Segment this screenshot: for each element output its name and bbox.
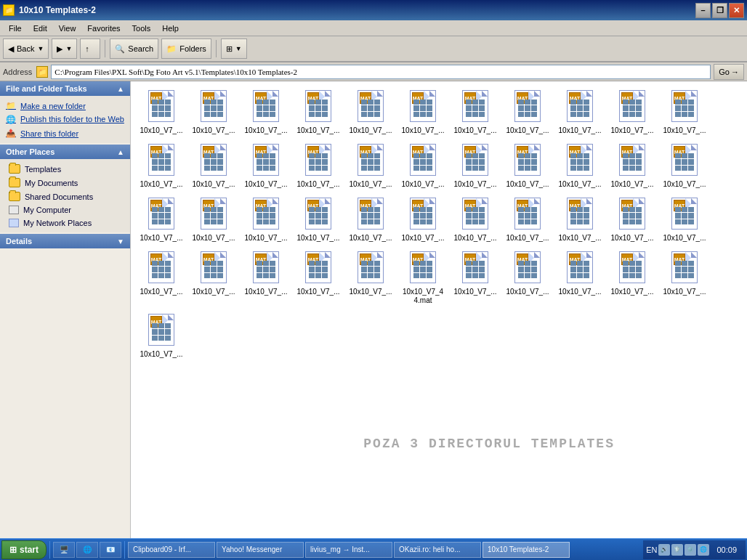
taskbar-window-item[interactable]: Clipboard09 - Irf... — [128, 542, 215, 558]
file-item[interactable]: MAT10x10_V7_... — [607, 248, 657, 308]
file-item[interactable]: MAT10x10_V7_... — [503, 87, 552, 138]
file-item[interactable]: MAT10x10_V7_... — [555, 195, 605, 245]
file-item[interactable]: MAT10x10_V7_... — [607, 87, 657, 138]
file-grid-cell — [682, 112, 687, 117]
search-button[interactable]: 🔍 Search — [110, 38, 158, 59]
file-grid-cell — [479, 153, 485, 158]
file-item[interactable]: MAT10x10_V7_... — [555, 87, 605, 138]
file-item[interactable]: MAT10x10_V7_44.mat — [398, 248, 448, 308]
sidebar-item-my-network-places[interactable]: My Network Places — [6, 216, 124, 230]
address-input[interactable] — [51, 65, 711, 79]
file-item[interactable]: MAT10x10_V7_... — [346, 195, 395, 245]
file-item[interactable]: MAT10x10_V7_... — [294, 141, 343, 192]
file-item[interactable]: MAT10x10_V7_... — [137, 311, 186, 362]
file-icon-paper: MAT — [358, 90, 384, 122]
file-item[interactable]: MAT10x10_V7_... — [346, 87, 395, 138]
restore-button[interactable]: ❐ — [712, 3, 727, 18]
file-item[interactable]: MAT10x10_V7_... — [241, 248, 291, 308]
details-header[interactable]: Details ▼ — [0, 234, 130, 248]
taskbar-window-item[interactable]: Yahoo! Messenger — [217, 542, 304, 558]
file-item[interactable]: MAT10x10_V7_... — [346, 248, 395, 308]
file-item[interactable]: MAT10x10_V7_... — [398, 195, 448, 245]
quick-launch-1[interactable]: 🖥️ — [53, 542, 75, 558]
start-button[interactable]: ⊞ start — [1, 540, 47, 559]
file-label: 10x10_V7_... — [611, 288, 654, 296]
file-item[interactable]: MAT10x10_V7_... — [503, 195, 552, 245]
file-item[interactable]: MAT10x10_V7_... — [660, 141, 709, 192]
file-grid-cell — [263, 273, 269, 278]
file-item[interactable]: MAT10x10_V7_... — [503, 248, 552, 308]
file-item[interactable]: MAT10x10_V7_... — [137, 248, 186, 308]
file-label: 10x10_V7_... — [297, 126, 340, 135]
sidebar-item-my-computer[interactable]: My Computer — [6, 203, 124, 216]
quick-launch-3[interactable]: 📧 — [100, 542, 121, 558]
file-item[interactable]: MAT10x10_V7_... — [398, 141, 448, 192]
quick-launch-2[interactable]: 🌐 — [76, 542, 98, 558]
folders-button[interactable]: 📁 Folders — [161, 38, 211, 59]
minimize-button[interactable]: – — [695, 3, 711, 18]
file-item[interactable]: MAT10x10_V7_... — [346, 141, 395, 192]
go-button[interactable]: Go → — [714, 64, 744, 80]
file-item[interactable]: MAT10x10_V7_... — [189, 87, 238, 138]
share-folder-link[interactable]: 📤 Share this folder — [6, 126, 124, 140]
file-item[interactable]: MAT10x10_V7_... — [294, 87, 343, 138]
content-area[interactable]: MAT10x10_V7_...MAT10x10_V7_...MAT10x10_V… — [131, 81, 747, 538]
menu-help[interactable]: Help — [156, 23, 185, 34]
file-item[interactable]: MAT10x10_V7_... — [660, 195, 709, 245]
taskbar-window-item[interactable]: OKazii.ro: heli ho... — [394, 542, 481, 558]
file-item[interactable]: MAT10x10_V7_... — [189, 248, 238, 308]
file-grid-cell — [675, 105, 681, 110]
file-item[interactable]: MAT10x10_V7_... — [241, 141, 291, 192]
file-item[interactable]: MAT10x10_V7_... — [660, 87, 709, 138]
file-icon-paper: MAT — [201, 198, 227, 230]
sidebar-item-my-documents[interactable]: My Documents — [6, 176, 124, 190]
up-button[interactable]: ↑ — [80, 38, 100, 59]
file-grid-cell — [257, 261, 262, 266]
file-item[interactable]: MAT10x10_V7_... — [137, 87, 186, 138]
file-grid-cell — [636, 153, 642, 158]
file-item[interactable]: MAT10x10_V7_... — [241, 87, 291, 138]
other-places-header[interactable]: Other Places ▲ — [0, 145, 130, 159]
file-item[interactable]: MAT10x10_V7_... — [294, 195, 343, 245]
forward-dropdown-icon[interactable]: ▼ — [65, 45, 72, 52]
sidebar-item-templates[interactable]: Templates — [6, 162, 124, 176]
file-item[interactable]: MAT10x10_V7_... — [189, 195, 238, 245]
publish-folder-link[interactable]: 🌐 Publish this folder to the Web — [6, 113, 124, 126]
forward-button[interactable]: ▶ ▼ — [52, 38, 77, 59]
views-button[interactable]: ⊞ ▼ — [221, 38, 247, 59]
file-icon-wrapper: MAT — [356, 251, 385, 286]
taskbar-window-item[interactable]: 10x10 Templates-2 — [482, 542, 570, 558]
file-item[interactable]: MAT10x10_V7_... — [607, 195, 657, 245]
file-folder-tasks-header[interactable]: File and Folder Tasks ▲ — [0, 81, 130, 96]
file-item[interactable]: MAT10x10_V7_... — [137, 141, 186, 192]
file-item[interactable]: MAT10x10_V7_... — [555, 141, 605, 192]
file-grid-cell — [427, 153, 432, 158]
sidebar-item-shared-documents[interactable]: Shared Documents — [6, 190, 124, 203]
menu-edit[interactable]: Edit — [28, 23, 53, 34]
file-item[interactable]: MAT10x10_V7_... — [398, 87, 448, 138]
menu-tools[interactable]: Tools — [126, 23, 157, 34]
file-item[interactable]: MAT10x10_V7_... — [451, 141, 500, 192]
file-item[interactable]: MAT10x10_V7_... — [451, 195, 500, 245]
file-grid-cell — [682, 159, 687, 164]
file-item[interactable]: MAT10x10_V7_... — [503, 141, 552, 192]
file-item[interactable]: MAT10x10_V7_... — [189, 141, 238, 192]
file-item[interactable]: MAT10x10_V7_... — [294, 248, 343, 308]
taskbar-window-item[interactable]: livius_mg → Inst... — [305, 542, 392, 558]
menu-view[interactable]: View — [53, 23, 82, 34]
file-item[interactable]: MAT10x10_V7_... — [607, 141, 657, 192]
back-dropdown-icon[interactable]: ▼ — [37, 45, 44, 52]
make-new-folder-link[interactable]: 📁 Make a new folder — [6, 99, 124, 113]
file-item[interactable]: MAT10x10_V7_... — [451, 248, 500, 308]
menu-favorites[interactable]: Favorites — [81, 23, 126, 34]
file-item[interactable]: MAT10x10_V7_... — [660, 248, 709, 308]
back-button[interactable]: ◀ Back ▼ — [3, 38, 49, 59]
file-item[interactable]: MAT10x10_V7_... — [241, 195, 291, 245]
views-dropdown-icon[interactable]: ▼ — [235, 45, 242, 52]
menu-file[interactable]: File — [3, 23, 28, 34]
file-item[interactable]: MAT10x10_V7_... — [137, 195, 186, 245]
file-item[interactable]: MAT10x10_V7_... — [451, 87, 500, 138]
file-item[interactable]: MAT10x10_V7_... — [555, 248, 605, 308]
file-grid-cell — [361, 267, 367, 272]
close-button[interactable]: ✕ — [729, 3, 744, 18]
